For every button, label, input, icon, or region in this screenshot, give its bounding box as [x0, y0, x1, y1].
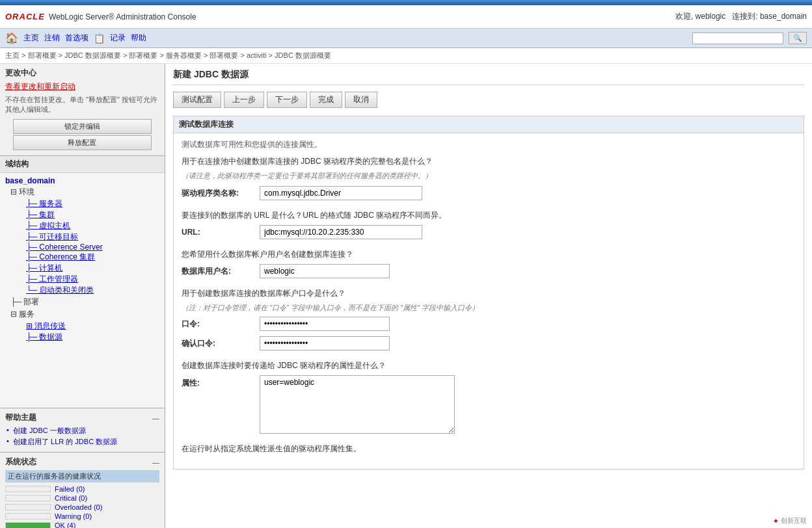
help-topics-title: 帮助主题 — [5, 412, 36, 423]
test-config-button[interactable]: 测试配置 — [173, 92, 221, 108]
system-status-title: 系统状态 — [5, 456, 36, 468]
logo-area: ORACLE WebLogic Server® Administration C… — [0, 5, 812, 29]
search-button[interactable]: 🔍 — [789, 32, 807, 44]
password-field-row: 口令: — [182, 317, 796, 331]
lock-edit-button[interactable]: 锁定并编辑 — [13, 119, 152, 134]
status-label-2[interactable]: Overloaded (0) — [55, 503, 102, 511]
section-desc: 测试数据库可用性和您提供的连接属性。 — [182, 139, 796, 150]
nav-cancel[interactable]: 注销 — [44, 33, 60, 44]
status-row-4: OK (4) — [5, 521, 159, 528]
password-input[interactable] — [260, 317, 390, 331]
tree-datasources[interactable]: ├─ 数据源 — [10, 332, 165, 343]
status-label-0[interactable]: Failed (0) — [55, 485, 85, 493]
nav-help[interactable]: 帮助 — [131, 33, 146, 44]
change-center: 更改中心 查看更改和重新启动 不存在在暂挂更改。单击 "释放配置" 按钮可允许其… — [0, 64, 165, 156]
tree-messaging[interactable]: ⊞ 消息传送 — [10, 321, 165, 332]
url-field-row: URL: — [182, 225, 796, 239]
q1-text: 用于在连接池中创建数据库连接的 JDBC 驱动程序类的完整包名是什么？ — [182, 155, 796, 167]
tree-deploy[interactable]: ├─ 部署 — [10, 296, 165, 308]
tree-root[interactable]: base_domain — [0, 176, 165, 186]
db-user-field-row: 数据库用户名: — [182, 264, 796, 278]
password-row: 用于创建数据库连接的数据库帐户口令是什么？ （注：对于口令管理，请在 "口令" … — [182, 287, 796, 350]
system-status-header: 系统状态 — — [5, 456, 159, 468]
status-label-4[interactable]: OK (4) — [55, 521, 75, 528]
topbar: 🏠 主页 注销 首选项 📋 记录 帮助 🔍 — [0, 29, 812, 48]
status-bar-fill-4 — [6, 523, 50, 528]
sidebar: 更改中心 查看更改和重新启动 不存在在暂挂更改。单击 "释放配置" 按钮可允许其… — [0, 64, 165, 528]
main-layout: 更改中心 查看更改和重新启动 不存在在暂挂更改。单击 "释放配置" 按钮可允许其… — [0, 64, 812, 528]
status-bar-container-1 — [5, 495, 51, 501]
tree-coherence-cluster[interactable]: ├─ Coherence 集群 — [10, 252, 165, 263]
test-db-connection-section: 测试数据库连接 测试数据库可用性和您提供的连接属性。 用于在连接池中创建数据库连… — [173, 116, 804, 469]
oracle-logo: ORACLE WebLogic Server® Administration C… — [5, 12, 196, 21]
section-title: 测试数据库连接 — [174, 116, 804, 133]
driver-input[interactable] — [260, 186, 422, 200]
oracle-text: ORACLE — [5, 12, 45, 21]
bottom-logo: ✦ 创新互联 — [773, 516, 807, 525]
tree-env[interactable]: ⊟ 环境 — [10, 186, 165, 198]
tree-services[interactable]: ⊟ 服务 — [10, 308, 165, 321]
db-user-row: 您希望用什么数据库帐户用户名创建数据库连接？ 数据库用户名: — [182, 248, 796, 278]
q3-text: 您希望用什么数据库帐户用户名创建数据库连接？ — [182, 248, 796, 260]
welcome-text: 欢迎, weblogic — [675, 11, 725, 22]
tree-env-group: ⊟ 环境 ├─ 服务器 ├─ 集群 ├─ 虚拟主机 ├─ 可迁移目标 ├─ Co… — [0, 186, 165, 296]
nav-preferences[interactable]: 首选项 — [65, 33, 88, 44]
system-status-collapse[interactable]: — — [152, 458, 159, 466]
url-row: 要连接到的数据库的 URL 是什么？URL 的格式随 JDBC 驱动程序不同而异… — [182, 209, 796, 239]
help-link-create-llr-jdbc[interactable]: 创建启用了 LLR 的 JDBC 数据源 — [5, 437, 159, 447]
domain-root-link[interactable]: base_domain — [5, 176, 55, 185]
db-user-label: 数据库用户名: — [182, 266, 260, 277]
props-textarea[interactable]: user=weblogic — [260, 375, 455, 434]
tree-machines[interactable]: ├─ 计算机 — [10, 263, 165, 274]
password-label: 口令: — [182, 319, 260, 330]
status-row-2: Overloaded (0) — [5, 503, 159, 511]
status-bar-container-2 — [5, 504, 51, 510]
tree-migratable-targets[interactable]: ├─ 可迁移目标 — [10, 231, 165, 243]
url-label: URL: — [182, 228, 260, 237]
finish-button[interactable]: 完成 — [310, 92, 342, 108]
change-center-desc: 不存在在暂挂更改。单击 "释放配置" 按钮可允许其他人编辑域。 — [5, 95, 159, 115]
help-topics-header: 帮助主题 — — [5, 412, 159, 423]
tree-servers[interactable]: ├─ 服务器 — [10, 198, 165, 209]
confirm-password-field-row: 确认口令: — [182, 336, 796, 350]
prev-button[interactable]: 上一步 — [224, 92, 264, 108]
status-row-3: Warning (0) — [5, 512, 159, 520]
bottom-logo-text: 创新互联 — [781, 516, 807, 525]
toolbar: 测试配置 上一步 下一步 完成 取消 — [173, 92, 804, 108]
tree-clusters[interactable]: ├─ 集群 — [10, 209, 165, 220]
search-input[interactable] — [692, 33, 783, 44]
cancel-button[interactable]: 取消 — [345, 92, 377, 108]
q5-text: 创建数据库连接时要传递给 JDBC 驱动程序的属性是什么？ — [182, 360, 796, 371]
system-status-subtitle: 正在运行的服务器的健康状况 — [5, 470, 159, 482]
domain-structure-title: 域结构 — [0, 156, 165, 173]
help-topics: 帮助主题 — 创建 JDBC 一般数据源 创建启用了 LLR 的 JDBC 数据… — [0, 408, 165, 453]
weblogic-server-text: WebLogic Server® Administration Console — [49, 12, 196, 21]
next-button[interactable]: 下一步 — [267, 92, 307, 108]
tree-work-managers[interactable]: ├─ 工作管理器 — [10, 274, 165, 285]
help-link-create-jdbc[interactable]: 创建 JDBC 一般数据源 — [5, 426, 159, 436]
tree-coherence-server[interactable]: ├─ Coherence Server — [10, 243, 165, 252]
release-config-button[interactable]: 释放配置 — [13, 135, 152, 150]
status-label-1[interactable]: Critical (0) — [55, 494, 87, 502]
tree-startup-shutdown[interactable]: └─ 启动类和关闭类 — [10, 285, 165, 296]
nav-home[interactable]: 主页 — [23, 33, 39, 44]
driver-class-row: 用于在连接池中创建数据库连接的 JDBC 驱动程序类的完整包名是什么？ （请注意… — [182, 155, 796, 200]
url-input[interactable] — [260, 225, 422, 239]
tree-deployments: ├─ 部署 — [0, 296, 165, 308]
tree-virtual-hosts[interactable]: ├─ 虚拟主机 — [10, 220, 165, 231]
db-user-input[interactable] — [260, 264, 390, 278]
tree-services-group: ⊟ 服务 ⊞ 消息传送 ├─ 数据源 — [0, 308, 165, 343]
status-rows: Failed (0)Critical (0)Overloaded (0)Warn… — [5, 485, 159, 528]
nav-record[interactable]: 记录 — [110, 33, 126, 44]
domain-tree: base_domain ⊟ 环境 ├─ 服务器 ├─ 集群 ├─ 虚拟主机 ├─… — [0, 173, 165, 408]
confirm-password-input[interactable] — [260, 336, 390, 350]
help-topics-collapse[interactable]: — — [152, 414, 159, 422]
domain-structure: 域结构 base_domain ⊟ 环境 ├─ 服务器 ├─ 集群 ├─ 虚拟主… — [0, 156, 165, 408]
sys-props-row: 在运行时从指定系统属性派生值的驱动程序属性集。 — [182, 443, 796, 455]
connected-text: 连接到: base_domain — [732, 11, 807, 22]
content-area: 新建 JDBC 数据源 测试配置 上一步 下一步 完成 取消 测试数据库连接 测… — [165, 64, 812, 528]
system-status: 系统状态 — 正在运行的服务器的健康状况 Failed (0)Critical … — [0, 453, 165, 528]
status-label-3[interactable]: Warning (0) — [55, 512, 92, 520]
change-center-link[interactable]: 查看更改和重新启动 — [5, 81, 159, 92]
q4-note: （注：对于口令管理，请在 "口令" 字段中输入口令，而不是在下面的 "属性" 字… — [182, 303, 796, 313]
